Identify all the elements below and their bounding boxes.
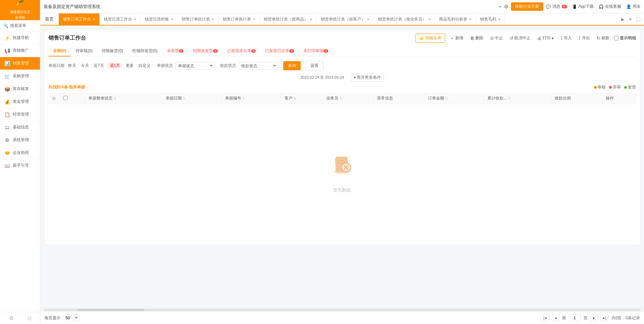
query-btn[interactable]: 查询 — [283, 61, 301, 70]
sidebar-collapse-icon[interactable]: ◁ — [27, 315, 31, 321]
smart-gen-btn[interactable]: ⭐ 智能生单 — [415, 34, 445, 43]
tab-daily-clear[interactable]: 钱货日清工作台 ✕ — [100, 13, 141, 25]
tab-close-icon-8[interactable]: ✕ — [428, 17, 431, 21]
date-opt-yesterday[interactable]: 昨天 — [67, 62, 78, 69]
tab-order-stats[interactable]: 销售订单统计表 ✕ — [178, 13, 219, 25]
last-page-btn[interactable]: ▸| — [600, 315, 609, 321]
sub-tab-overdue-unshipped[interactable]: 到期未发货0 — [188, 46, 222, 56]
tab-close-icon[interactable]: ✕ — [93, 17, 95, 21]
message-btn[interactable]: 💬 消息 6 — [546, 4, 567, 9]
tab-sale-stats-staff[interactable]: 销货单统计表（按业务员） ✕ — [374, 13, 435, 25]
tab-close-icon-9[interactable]: ✕ — [469, 17, 472, 21]
app-download-btn[interactable]: 📱 App下载 — [572, 4, 594, 9]
collect-filter-select[interactable]: 收款状态 — [238, 62, 278, 70]
sidebar-settings-icon[interactable]: ⚙ — [9, 315, 14, 321]
cancel-stop-btn[interactable]: ↺ 取消中止 — [508, 34, 532, 42]
sidebar-item-guide[interactable]: 📖 新手引导 — [0, 159, 40, 172]
print-btn[interactable]: 🖨 打印 ▾ — [535, 34, 556, 42]
sub-tab-unshipped[interactable]: 未发货0 — [162, 46, 188, 56]
quick-review-label: 审核 — [598, 84, 606, 90]
quick-review-btn[interactable]: 审核 — [594, 84, 606, 90]
sidebar-item-stock[interactable]: 📦 库存核算 — [0, 83, 40, 95]
try-btn[interactable]: 体验行业方案 — [511, 2, 543, 11]
tab-close-icon-6[interactable]: ✕ — [310, 17, 312, 21]
sub-tab-unprinted[interactable]: 未打印单据0 — [299, 46, 333, 56]
horizontal-scrollbar[interactable] — [40, 308, 644, 312]
tab-gross-margin[interactable]: 商品毛利分析表 ✕ — [435, 13, 476, 25]
th-number[interactable]: 单据编号 ⇅ — [222, 93, 281, 104]
tab-close-icon-2[interactable]: ✕ — [134, 17, 136, 21]
select-all-checkbox[interactable] — [63, 96, 68, 100]
date-opt-7days[interactable]: 近7天 — [92, 62, 106, 69]
sort-icon-number: ⇅ — [242, 96, 245, 100]
tabs-close-all-icon[interactable]: ✕ — [627, 16, 634, 23]
tabs-bar: 首页 销售订单工作台 ✕ 钱货日清工作台 ✕ 钱货日清对账 ✕ 销售订单统计表 … — [40, 13, 644, 26]
date-opt-custom[interactable]: 自定义 — [137, 62, 152, 69]
scrollbar-thumb[interactable] — [77, 309, 144, 311]
status-filter-select[interactable]: 单据状态 — [175, 62, 215, 70]
tab-reconcile[interactable]: 钱货日清对账 ✕ — [141, 13, 178, 25]
user-btn[interactable]: 👤 用友 — [626, 4, 641, 9]
add-btn[interactable]: ＋ 新增 — [448, 34, 465, 43]
sub-tab-wangpu[interactable]: 旺铺待发货(0) — [128, 46, 162, 56]
column-settings-icon[interactable]: ⚙ — [52, 96, 56, 101]
sub-tab-pending-inspect[interactable]: 待拣验货(0) — [97, 46, 128, 56]
tab-order-exec[interactable]: 销售订单执行表 ✕ — [219, 13, 260, 25]
tab-close-icon-5[interactable]: ✕ — [253, 17, 255, 21]
th-staff[interactable]: 业务员 ⇅ — [323, 93, 373, 104]
th-date[interactable]: 单据日期 ⇅ — [162, 93, 222, 104]
tab-close-icon-4[interactable]: ✕ — [212, 17, 214, 21]
tabs-maximize-icon[interactable]: ⛶ — [635, 16, 642, 23]
tab-sale-stats-customer[interactable]: 销货单统计表（按客户） ✕ — [317, 13, 374, 25]
tab-sales-order-workbench[interactable]: 销售订单工作台 ✕ — [59, 13, 100, 25]
date-opt-today[interactable]: 今天 — [79, 62, 91, 69]
next-page-btn[interactable]: ▸ — [590, 315, 598, 321]
sidebar-item-sales[interactable]: 📊 销售管理 — [0, 57, 40, 70]
sidebar-item-collab[interactable]: 🤝 企业协同 — [0, 147, 40, 159]
header-gear-icon[interactable]: ⚙ — [504, 4, 508, 10]
show-detail-toggle[interactable]: 显示明细 — [614, 35, 636, 41]
th-customer[interactable]: 客户 ⇅ — [281, 93, 323, 104]
set-btn[interactable]: 设置 — [305, 61, 324, 71]
system-dropdown-icon[interactable]: ▾ — [499, 4, 501, 9]
quick-ship-btn[interactable]: 发货 — [624, 84, 636, 90]
show-detail-checkbox[interactable] — [614, 36, 618, 40]
sub-tab-pending-review[interactable]: 待审核(0) — [71, 46, 97, 56]
sidebar-item-quick-nav[interactable]: ⚡ 快捷导航 — [0, 32, 40, 44]
sidebar-item-marketing[interactable]: 📢 营销推广 — [0, 44, 40, 57]
th-cumulative[interactable]: 累计收款... ⇅ — [484, 93, 551, 104]
delete-btn[interactable]: 🗑 删除 — [468, 34, 485, 42]
th-amount[interactable]: 订单金额 ⇅ — [425, 93, 484, 104]
date-opt-1month[interactable]: 近1月 — [107, 63, 123, 69]
date-opt-more[interactable]: 更多 — [124, 62, 135, 69]
sidebar-item-finance[interactable]: 💰 资金管理 — [0, 95, 40, 108]
online-service-btn[interactable]: 🎧 在线客服 — [599, 4, 621, 9]
import-btn[interactable]: ⤵ 导入 — [558, 34, 574, 42]
page-input[interactable] — [569, 315, 581, 321]
sub-tab-shipped-out[interactable]: 已发货已出库0 — [260, 46, 299, 56]
tab-close-icon-10[interactable]: ✕ — [498, 17, 501, 21]
prev-page-btn[interactable]: ◂ — [552, 315, 559, 321]
refresh-btn[interactable]: ↻ 刷新 — [595, 34, 611, 42]
sidebar-item-purchase[interactable]: 🛒 采购管理 — [0, 70, 40, 83]
sidebar-search[interactable]: 🔍 搜索菜单 — [0, 20, 40, 32]
tab-sale-stats-product[interactable]: 销货单统计表（按商品） ✕ — [260, 13, 317, 25]
sidebar-item-basic[interactable]: 🗂 基础信息 — [0, 121, 40, 134]
sub-tab-all[interactable]: 全部(0) — [48, 46, 71, 56]
th-status[interactable]: 单据整体状态 ⇅ — [85, 93, 162, 104]
tab-close-icon-7[interactable]: ✕ — [367, 17, 370, 21]
stop-btn[interactable]: ⊙ 中止 — [488, 34, 505, 42]
expand-filter-btn[interactable]: ▾ 展开更多条件 — [351, 73, 384, 82]
message-icon: 💬 — [546, 4, 551, 9]
tab-home[interactable]: 首页 — [40, 13, 59, 25]
sidebar-item-operation[interactable]: 📋 经营管理 — [0, 108, 40, 121]
first-page-btn[interactable]: |◂ — [541, 315, 549, 321]
sidebar-item-system[interactable]: ⚙ 系统管理 — [0, 134, 40, 147]
tab-sale-profit[interactable]: 销售毛利 ✕ — [476, 13, 505, 25]
tabs-more-icon[interactable]: ▶ — [620, 16, 626, 23]
tab-close-icon-3[interactable]: ✕ — [171, 17, 173, 21]
sub-tab-shipped-not-out[interactable]: 已发货未出库0 — [222, 46, 261, 56]
quick-cancel-review-btn[interactable]: 弃审 — [609, 84, 621, 90]
export-btn[interactable]: ⤴ 导出 — [576, 34, 592, 42]
per-page-select[interactable]: 50 100 — [63, 315, 80, 321]
